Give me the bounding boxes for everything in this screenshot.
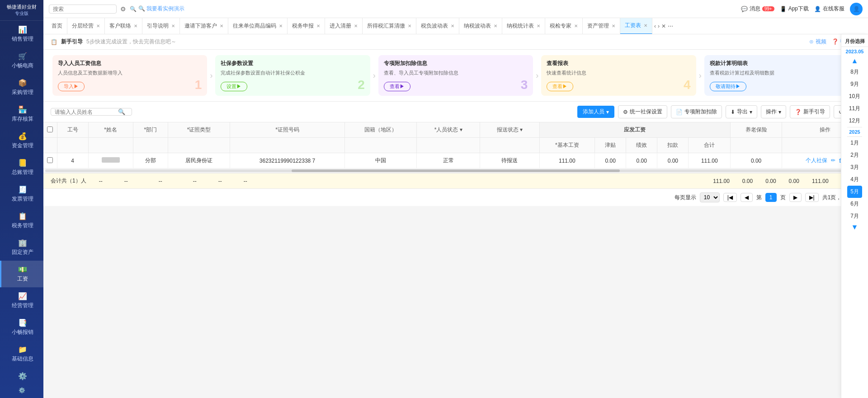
sidebar-item-invoice[interactable]: 🧾 发票管理 xyxy=(0,181,43,207)
tab-工资表[interactable]: 工资表✕ xyxy=(620,18,652,34)
tab-close-纳税波动表[interactable]: ✕ xyxy=(494,23,497,28)
tab-close-邀请下游客户[interactable]: ✕ xyxy=(220,23,223,28)
step-desc-4: 快速查看统计信息 xyxy=(547,69,690,77)
tab-资产管理[interactable]: 资产管理✕ xyxy=(583,18,620,34)
sidebar-item-system[interactable]: ⚙️ 系统管理 xyxy=(0,367,43,383)
tab-nav-prev[interactable]: ‹ xyxy=(654,23,656,29)
select-all-checkbox[interactable] xyxy=(47,126,53,132)
month-item-3[interactable]: 11月 xyxy=(847,103,862,115)
new-guide-btn[interactable]: ❓ 新手引导 xyxy=(790,105,830,118)
step-card-5: 税款计算明细表 查看税款计算过程及明细数据 敬请期待▶ 5 xyxy=(704,55,859,96)
tab-more[interactable]: ⋯ xyxy=(668,23,673,29)
sidebar-item-accounting[interactable]: 📒 总账管理 xyxy=(0,154,43,181)
page-prev-btn[interactable]: ◀ xyxy=(741,193,753,202)
month-item-7[interactable]: 2月 xyxy=(847,149,862,161)
tab-分层经营[interactable]: 分层经营✕ xyxy=(67,18,105,34)
page-size-select[interactable]: 10 20 50 xyxy=(700,192,720,202)
tab-进入清册[interactable]: 进入清册✕ xyxy=(325,18,363,34)
tab-close-进入清册[interactable]: ✕ xyxy=(354,23,358,28)
sidebar-item-operations[interactable]: 📈 经营管理 xyxy=(0,287,43,314)
tab-税检专家[interactable]: 税检专家✕ xyxy=(545,18,583,34)
sidebar-item-finance[interactable]: 💰 资金管理 xyxy=(0,127,43,154)
step-btn-2[interactable]: 设置▶ xyxy=(221,82,247,91)
sidebar-item-report[interactable]: 📑 小畅报销 xyxy=(0,314,43,341)
tab-纳税波动表[interactable]: 纳税波动表✕ xyxy=(459,18,502,34)
header-settings-icon[interactable]: ⚙ xyxy=(120,5,126,13)
step-btn-4[interactable]: 查看▶ xyxy=(547,82,573,91)
month-item-6[interactable]: 1月 xyxy=(847,137,862,149)
tab-home[interactable]: 首页 xyxy=(47,18,67,34)
tab-close-税检专家[interactable]: ✕ xyxy=(574,23,578,28)
table-row: 4 分部 居民身份证 36232119990122338 7 中国 正常 待报送… xyxy=(43,153,868,169)
sidebar-item-inventory[interactable]: 🏪 库存核算 xyxy=(0,101,43,127)
tab-close-税负波动表[interactable]: ✕ xyxy=(451,23,454,28)
tab-引导说明[interactable]: 引导说明✕ xyxy=(142,18,180,34)
tab-nav-next[interactable]: › xyxy=(658,23,660,29)
step-btn-1[interactable]: 导入▶ xyxy=(58,82,85,91)
row-checkbox-0[interactable] xyxy=(47,157,53,163)
month-item-11[interactable]: 6月 xyxy=(847,198,862,210)
tab-close-引导说明[interactable]: ✕ xyxy=(171,23,175,28)
tab-纳税统计表[interactable]: 纳税统计表✕ xyxy=(502,18,545,34)
additional-deduction-btn[interactable]: 📄 专项附加扣除 xyxy=(671,105,722,118)
tab-close-资产管理[interactable]: ✕ xyxy=(612,23,615,28)
tab-close-纳税统计表[interactable]: ✕ xyxy=(537,23,540,28)
month-item-1[interactable]: 9月 xyxy=(847,78,862,90)
tab-往来单位商品编码[interactable]: 往来单位商品编码✕ xyxy=(228,18,288,34)
tab-label-分层经营: 分层经营 xyxy=(72,22,94,30)
month-item-0[interactable]: 8月 xyxy=(847,66,862,78)
month-item-8[interactable]: 3月 xyxy=(847,161,862,173)
sidebar-item-purchase[interactable]: 📦 采购管理 xyxy=(0,74,43,101)
page-first-btn[interactable]: |◀ xyxy=(723,193,737,202)
tab-close-税务申报[interactable]: ✕ xyxy=(316,23,320,28)
unified-settings-btn[interactable]: ⚙ 统一社保设置 xyxy=(618,105,667,118)
sidebar-settings[interactable]: ⚙️ xyxy=(0,383,43,398)
sidebar-item-basic[interactable]: 📁 基础信息 xyxy=(0,341,43,367)
tab-邀请下游客户[interactable]: 邀请下游客户✕ xyxy=(180,18,228,34)
month-nav-up[interactable]: ▲ xyxy=(850,56,859,66)
scroll-thumb[interactable] xyxy=(292,169,620,172)
tab-客户联络[interactable]: 客户联络✕ xyxy=(105,18,142,34)
month-item-4[interactable]: 12月 xyxy=(847,115,862,127)
export-btn[interactable]: ⬇ 导出 ▾ xyxy=(726,105,757,118)
current-page[interactable]: 1 xyxy=(765,193,777,202)
action-edit-0[interactable]: ✏ xyxy=(831,157,835,164)
user-avatar[interactable]: 👤 xyxy=(850,3,863,15)
sidebar-item-payroll[interactable]: 💵 工资 xyxy=(0,261,43,287)
app-download-btn[interactable]: 📱 App下载 xyxy=(780,5,809,13)
operations-btn[interactable]: 操作 ▾ xyxy=(761,105,786,118)
month-nav-down[interactable]: ▼ xyxy=(850,222,859,232)
sidebar-item-sales[interactable]: 📊 销售管理 xyxy=(0,21,43,47)
tab-close-工资表[interactable]: ✕ xyxy=(644,23,647,28)
page-next-btn[interactable]: ▶ xyxy=(789,193,802,202)
tab-税务申报[interactable]: 税务申报✕ xyxy=(288,18,325,34)
sidebar-item-tax[interactable]: 📋 税务管理 xyxy=(0,207,43,234)
table-scrollbar[interactable] xyxy=(43,169,868,173)
month-item-9[interactable]: 4月 xyxy=(847,173,862,186)
sidebar-item-assets[interactable]: 🏢 固定资产 xyxy=(0,234,43,261)
guide-video-btn[interactable]: ⊙ 视频 xyxy=(809,38,826,46)
main-content: 📋 新手引导 5步快速完成设置，快去完善信息吧～ ⊙ 视频 ❓ 帮助 ✕ 导入人… xyxy=(43,34,868,398)
action-social-0[interactable]: 个人社保 xyxy=(806,157,827,164)
tab-close-往来单位商品编码[interactable]: ✕ xyxy=(279,23,283,28)
sidebar-item-ecommerce[interactable]: 🛒 小畅电商 xyxy=(0,47,43,74)
breadcrumb-input[interactable] xyxy=(49,5,117,14)
add-person-btn[interactable]: 添加人员 ▾ xyxy=(577,106,614,118)
step-btn-3[interactable]: 查看▶ xyxy=(384,82,410,91)
search-input[interactable] xyxy=(55,109,118,115)
tab-所得税汇算清缴[interactable]: 所得税汇算清缴✕ xyxy=(363,18,416,34)
month-item-2[interactable]: 10月 xyxy=(847,90,862,103)
page-last-btn[interactable]: ▶| xyxy=(805,193,819,202)
tab-close-客户联络[interactable]: ✕ xyxy=(134,23,137,28)
online-service-btn[interactable]: 👤 在线客服 xyxy=(814,5,844,13)
tab-close-all[interactable]: ✕ xyxy=(661,23,666,29)
tab-税负波动表[interactable]: 税负波动表✕ xyxy=(416,18,459,34)
tab-close-分层经营[interactable]: ✕ xyxy=(96,23,100,28)
search-icon[interactable]: 🔍 xyxy=(118,108,125,115)
month-item-12[interactable]: 7月 xyxy=(847,210,862,222)
tab-close-所得税汇算清缴[interactable]: ✕ xyxy=(408,23,411,28)
step-btn-5[interactable]: 敬请期待▶ xyxy=(710,82,746,91)
demo-link[interactable]: 🔍 🔍 我要看实例演示 xyxy=(130,5,184,13)
message-btn[interactable]: 💬 消息 99+ xyxy=(741,5,774,13)
month-item-10[interactable]: 5月 xyxy=(847,186,862,198)
